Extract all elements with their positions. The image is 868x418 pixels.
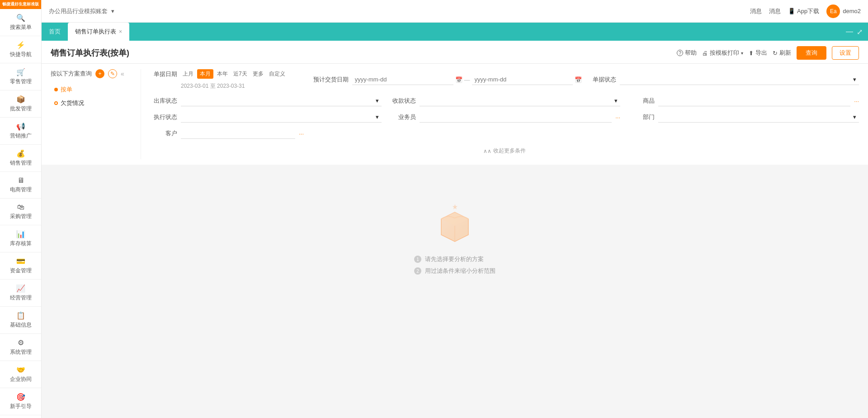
dept-select[interactable]: [658, 112, 859, 123]
status-field: 单据状态: [589, 74, 859, 85]
sidebar-icon-0: 🔍: [16, 14, 25, 22]
date-tab-0[interactable]: 上月: [181, 69, 195, 79]
date-tab-2[interactable]: 本年: [215, 69, 230, 79]
sidebar-label-9: 资金管理: [10, 267, 32, 275]
sidebar-item-12[interactable]: ⚙ 系统管理: [0, 334, 41, 361]
tab-home[interactable]: 首页: [42, 23, 68, 41]
hint-text-1: 请先选择要分析的方案: [425, 255, 484, 263]
sidebar-item-10[interactable]: 📈 经营管理: [0, 280, 41, 307]
tab-close-icon[interactable]: ×: [119, 28, 122, 35]
message-btn[interactable]: 消息: [750, 7, 762, 15]
sidebar-item-11[interactable]: 📋 基础信息: [0, 307, 41, 334]
svg-marker-3: [453, 204, 458, 209]
sidebar-label-1: 快捷导航: [10, 51, 32, 58]
scheme-dot-0: [54, 88, 58, 91]
exec-status-select[interactable]: [181, 112, 382, 123]
sidebar-item-3[interactable]: 📦 批发管理: [0, 90, 41, 118]
date-field-inner: 单据日期 上月本月本年近7天更多自定义: [150, 69, 287, 79]
salesperson-input[interactable]: [420, 112, 612, 123]
sidebar-item-2[interactable]: 🛒 零售管理: [0, 63, 41, 90]
date-tab-1[interactable]: 本月: [197, 69, 213, 79]
filter-left-header: 按以下方案查询 + ✎ «: [51, 69, 133, 78]
collapse-label: 收起更多条件: [493, 147, 526, 155]
print-icon: 🖨: [702, 50, 708, 57]
sidebar-label-14: 新手引导: [10, 403, 32, 410]
sidebar-item-13[interactable]: 🤝 企业协同: [0, 361, 41, 388]
print-arrow: ▾: [741, 51, 743, 56]
exec-status-field: 执行状态: [150, 112, 382, 123]
user-menu[interactable]: Ea demo2: [826, 5, 861, 18]
delivery-chevron: [376, 97, 379, 104]
filter-row-1: 单据日期 上月本月本年近7天更多自定义 2023-03-01 至 2023-03…: [150, 69, 859, 90]
sidebar-item-5[interactable]: 💰 销售管理: [0, 145, 41, 172]
app-download-btn[interactable]: 📱 App下载: [788, 7, 819, 15]
sidebar-item-8[interactable]: 📊 库存核算: [0, 225, 41, 252]
sidebar-item-15[interactable]: 📱 应用中心: [0, 415, 41, 418]
sidebar-label-2: 零售管理: [10, 78, 32, 86]
hint-text-2: 用过滤条件来缩小分析范围: [425, 267, 495, 275]
filter-scheme-item-1[interactable]: 欠货情况: [51, 96, 133, 110]
customer-input[interactable]: [181, 128, 295, 139]
sidebar-label-5: 销售管理: [10, 159, 32, 167]
expected-date-start[interactable]: [352, 74, 453, 85]
empty-state: 1 请先选择要分析的方案 2 用过滤条件来缩小分析范围: [42, 165, 868, 311]
app-logo: 畅捷通好生意 标准版: [0, 0, 41, 9]
tab-maximize-btn[interactable]: ⤢: [857, 28, 863, 36]
sidebar-item-7[interactable]: 🛍 采购管理: [0, 199, 41, 225]
message-text[interactable]: 消息: [769, 7, 781, 15]
page-actions: ? 帮助 🖨 按模板打印 ▾ ⬆ 导出 ↻ 刷新 查询 设置: [677, 46, 859, 60]
sidebar-label-4: 营销推广: [10, 132, 32, 140]
query-button[interactable]: 查询: [797, 46, 826, 60]
customer-label: 客户: [150, 129, 177, 138]
sidebar-item-9[interactable]: 💳 资金管理: [0, 252, 41, 280]
sidebar-icon-3: 📦: [16, 95, 25, 104]
calendar-icon-end[interactable]: 📅: [575, 76, 582, 83]
tab-bar: 首页 销售订单执行表 × — ⤢: [42, 23, 868, 41]
tab-active[interactable]: 销售订单执行表 ×: [68, 23, 129, 41]
sidebar-item-4[interactable]: 📢 营销推广: [0, 118, 41, 145]
sidebar-item-14[interactable]: 🎯 新手引导: [0, 388, 41, 415]
export-btn[interactable]: ⬆ 导出: [749, 49, 767, 57]
print-btn[interactable]: 🖨 按模板打印 ▾: [702, 49, 743, 57]
settings-button[interactable]: 设置: [832, 46, 859, 60]
filter-scheme-item-0[interactable]: 按单: [51, 83, 133, 96]
sidebar-icon-7: 🛍: [17, 203, 24, 211]
salesperson-more-icon[interactable]: [615, 114, 620, 121]
sidebar-item-6[interactable]: 🖥 电商管理: [0, 172, 41, 199]
filter-row-4: 客户: [150, 128, 859, 139]
filter-left-panel: 按以下方案查询 + ✎ « 按单 欠货情况: [51, 69, 141, 159]
dept-chevron: [853, 114, 856, 120]
help-btn[interactable]: ? 帮助: [677, 49, 697, 57]
page-title: 销售订单执行表(按单): [51, 48, 129, 58]
sidebar-icon-10: 📈: [16, 284, 25, 293]
sidebar-icon-11: 📋: [16, 311, 25, 320]
goods-input[interactable]: [658, 95, 850, 106]
refresh-btn[interactable]: ↻ 刷新: [773, 49, 791, 57]
tab-minimize-btn[interactable]: —: [846, 28, 853, 36]
sidebar-item-1[interactable]: ⚡ 快捷导航: [0, 36, 41, 63]
help-label: 帮助: [685, 49, 697, 57]
goods-more-icon[interactable]: [854, 98, 859, 104]
refresh-icon: ↻: [773, 50, 778, 57]
hint-item-2: 2 用过滤条件来缩小分析范围: [414, 267, 495, 275]
scheme-label-1: 欠货情况: [61, 99, 84, 107]
customer-field: 客户: [150, 128, 304, 139]
expected-date-label: 预计交货日期: [312, 76, 349, 84]
status-select[interactable]: [620, 74, 859, 85]
sidebar-icon-9: 💳: [16, 257, 25, 266]
delivery-status-select[interactable]: [181, 95, 382, 106]
date-tab-3[interactable]: 近7天: [231, 69, 249, 79]
calendar-icon-start[interactable]: 📅: [455, 76, 462, 83]
collapse-filter-btn[interactable]: ∧∧ 收起更多条件: [150, 144, 859, 157]
customer-more-icon[interactable]: [299, 130, 304, 137]
payment-status-select[interactable]: [420, 95, 620, 106]
breadcrumb-arrow[interactable]: ▾: [111, 8, 114, 14]
sidebar-item-0[interactable]: 🔍 搜索菜单: [0, 9, 41, 36]
collapse-scheme-btn[interactable]: «: [121, 70, 124, 77]
date-tab-5[interactable]: 自定义: [267, 69, 287, 79]
expected-date-end[interactable]: [472, 74, 573, 85]
edit-scheme-btn[interactable]: ✎: [108, 69, 117, 78]
date-tab-4[interactable]: 更多: [251, 69, 265, 79]
date-range-display: 2023-03-01 至 2023-03-31: [150, 82, 245, 90]
add-scheme-btn[interactable]: +: [95, 69, 104, 78]
